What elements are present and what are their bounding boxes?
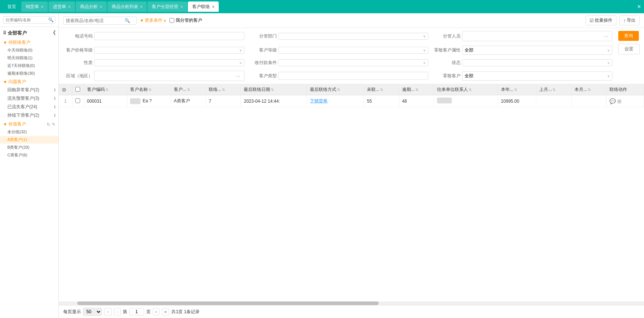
chat-icon[interactable]: 💬 [609,98,616,104]
retail-select[interactable]: 全部 ∨ [462,71,612,81]
scrollbar-thumb[interactable] [77,301,379,305]
payment-select[interactable]: ∨ [278,59,429,66]
close-icon[interactable]: × [140,5,143,9]
sidebar-section-value[interactable]: ▼ 价值客户 ↻ ✎ [0,120,58,128]
close-all-button[interactable]: × [637,3,641,11]
query-button[interactable]: 查询 [618,31,639,41]
nav-tab-goods-list[interactable]: 商品分析列表 × [107,1,147,12]
sidebar-item-churned[interactable]: 已流失客户(24) ℹ [0,103,58,111]
more-conditions-button[interactable]: ▼ 更多条件 ∨ [140,17,167,24]
status-select[interactable]: ∨ [462,59,612,66]
filter-phone: 电话号码 [63,32,244,40]
customer-grade-label: 客户等级 [247,47,277,53]
sort-icon[interactable]: ⇅ [271,88,274,92]
customer-type-input[interactable] [281,73,426,78]
batch-operation-button[interactable]: ☑ 批量操作 [586,15,616,25]
retail-attr-select[interactable]: 全部 ∨ [462,46,612,55]
info-icon: ℹ [54,88,56,92]
sort-icon[interactable]: ⇅ [552,88,555,92]
filter-search-input[interactable] [66,18,125,23]
filter-price-grade: 客户价格等级 ∨ [63,47,244,54]
sort-icon[interactable]: ⇅ [337,88,340,92]
dots-button[interactable]: ··· [235,72,242,80]
close-icon[interactable]: × [68,5,71,9]
nav-tab-customer-tier[interactable]: 客户分层经营 × [147,1,187,12]
sidebar-search-input[interactable] [3,16,56,24]
main-container: 🔍 ⠿ 全部客户 《 ▼ 待联络客户 今天待联络(0) 明天待联络(1) 近7天… [0,13,644,318]
sidebar-item-overdue[interactable]: 逾期未联络(30) [0,70,58,77]
sidebar-item-today[interactable]: 今天待联络(0) [0,46,58,54]
sidebar-item-c-class[interactable]: C类客户(6) [0,151,58,159]
sort-icon[interactable]: ⇅ [222,88,225,92]
sort-icon[interactable]: ⇅ [514,88,517,92]
nav-tab-sales[interactable]: 销货单 × [21,1,48,12]
sort-icon[interactable]: ⇅ [105,88,108,92]
price-grade-select[interactable]: ∨ [94,47,244,54]
row-code: 000031 [84,95,127,107]
sidebar-item-tomorrow[interactable]: 明天待联络(1) [0,54,58,62]
sidebar-section-problem[interactable]: ▼ 问题客户 [0,77,58,86]
current-page-input[interactable] [129,308,144,315]
sidebar-item-ungroup[interactable]: 未分组(32) [0,128,58,136]
grid-icon: ⠿ [3,31,6,36]
phone-input[interactable] [97,33,242,39]
collapse-icon[interactable]: 《 [50,30,56,36]
sort-icon[interactable]: ⇅ [187,88,190,92]
sidebar-item-7days[interactable]: 近7天待联络(0) [0,62,58,70]
first-page-button[interactable]: « [104,308,112,315]
close-icon[interactable]: × [180,5,183,9]
sort-icon[interactable]: ⇅ [588,88,591,92]
nav-tab-label-home: 首页 [7,4,16,10]
settings-button[interactable]: 设置 [618,44,640,54]
qr-icon[interactable]: ⊞ [617,98,622,104]
sidebar-item-a-class[interactable]: A类客户(1) [0,136,58,144]
pagination: 每页显示 50 100 200 « ‹ 第 页 › » 共1页 1条记录 [63,308,200,316]
nav-tab-home[interactable]: 首页 [3,1,21,12]
close-icon[interactable]: × [100,5,102,9]
export-button[interactable]: ↑ 导出 [619,15,640,25]
person-input[interactable] [465,33,581,39]
refresh-icon[interactable]: ↻ [47,122,50,127]
row-last-method[interactable]: 下销货单 [307,95,364,107]
th-this-year: 本年... ⇅ [498,84,536,95]
settings-icon[interactable]: ⚙ [62,87,67,93]
sidebar-section-pending[interactable]: ▼ 待联络客户 [0,38,58,46]
prev-page-button[interactable]: ‹ [114,308,121,315]
sort-icon[interactable]: ⇅ [469,88,472,92]
nav-tab-customer-contact[interactable]: 客户联络 × [188,1,219,12]
sort-icon[interactable]: ⇅ [380,88,383,92]
horizontal-scrollbar[interactable] [59,301,644,305]
search-icon[interactable]: 🔍 [125,18,130,23]
close-icon[interactable]: × [41,5,43,9]
triangle-icon: ▼ [3,122,7,127]
sort-icon[interactable]: ⇅ [149,88,151,92]
filter-customer-grade: 客户等级 ∨ [247,47,429,54]
name-avatar [130,98,140,104]
row-checkbox[interactable] [75,98,80,103]
sidebar-item-declining[interactable]: 持续下滑客户(2) ℹ [0,111,58,120]
my-customers-filter[interactable]: 我分管的客户 [169,17,202,24]
search-icon[interactable]: 🔍 [48,17,54,22]
nav-tab-purchase[interactable]: 进货单 × [49,1,75,12]
last-page-button[interactable]: » [162,308,169,315]
sort-icon[interactable]: ⇅ [415,88,418,92]
chevron-down-icon: ∨ [239,48,242,52]
select-all-checkbox[interactable] [75,87,80,92]
next-page-button[interactable]: › [153,308,160,315]
dept-select[interactable]: ∨ [278,33,429,40]
customer-grade-select[interactable]: ∨ [278,47,429,54]
sidebar-item-churn-warning[interactable]: 流失预警客户(3) ℹ [0,94,58,103]
last-method-link[interactable]: 下销货单 [310,98,328,103]
close-icon[interactable]: × [212,5,214,9]
page-size-select[interactable]: 50 100 200 [83,308,102,316]
sidebar-item-b-class[interactable]: B类客户(33) [0,144,58,151]
nature-select[interactable]: ∨ [94,59,244,66]
sidebar-item-rebuy-abnormal[interactable]: 回购异常客户(2) ℹ [0,86,58,94]
region-input[interactable] [97,73,213,78]
my-customers-checkbox[interactable] [169,18,174,23]
checkbox-icon: ☑ [590,18,594,23]
dots-button[interactable]: ··· [602,32,610,40]
total-records-label: 共1页 1条记录 [171,309,200,315]
edit-icon[interactable]: ✎ [52,122,56,127]
nav-tab-goods-analysis[interactable]: 商品分析 × [76,1,107,12]
